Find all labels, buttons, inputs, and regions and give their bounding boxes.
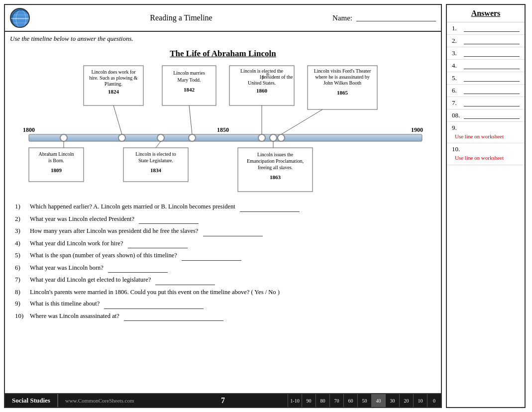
- svg-line-51: [156, 141, 161, 148]
- svg-text:freeing all slaves.: freeing all slaves.: [258, 165, 293, 170]
- svg-point-10: [60, 134, 67, 141]
- answer-note-9: Use line on worksheet: [452, 132, 507, 141]
- footer-score: 1-10 90 80 70 60 50 40 30 20 10 0: [288, 394, 441, 407]
- question-9: 9) What is this timeline about?: [15, 299, 431, 309]
- footer: Social Studies www.CommonCoreSheets.com …: [5, 393, 441, 407]
- q2-text: What year was Lincoln elected President?: [30, 215, 431, 224]
- q7-text: What year did Lincoln get elected to leg…: [30, 276, 431, 285]
- q5-num: 5): [15, 251, 30, 260]
- answer-num-4: 4.: [452, 62, 464, 70]
- svg-point-12: [157, 134, 164, 141]
- svg-text:Lincoln visits Ford's Theater: Lincoln visits Ford's Theater: [314, 68, 371, 74]
- svg-text:1850: 1850: [217, 126, 229, 133]
- score-40: 40: [371, 394, 385, 407]
- svg-text:Abraham Lincoln: Abraham Lincoln: [39, 151, 74, 157]
- svg-text:1842: 1842: [184, 87, 195, 93]
- question-7: 7) What year did Lincoln get elected to …: [15, 275, 431, 285]
- svg-point-13: [189, 134, 196, 141]
- q5-answer-line: [182, 251, 241, 261]
- svg-point-16: [278, 134, 285, 141]
- timeline-title: The Life of Abraham Lincoln: [10, 46, 436, 61]
- svg-text:1809: 1809: [51, 167, 62, 173]
- answer-num-10: 10.: [452, 145, 464, 153]
- score-10: 10: [413, 394, 427, 407]
- question-8: 8) Lincoln's parents were married in 180…: [15, 288, 431, 297]
- question-3: 3) How many years after Lincoln was pres…: [15, 226, 431, 236]
- svg-text:Lincoln is elected to: Lincoln is elected to: [135, 151, 176, 157]
- q9-answer-line: [104, 300, 204, 309]
- footer-url: www.CommonCoreSheets.com: [58, 398, 134, 404]
- q1-num: 1): [15, 202, 30, 211]
- q4-num: 4): [15, 239, 30, 248]
- answer-num-9: 9.: [452, 124, 464, 132]
- questions-section: 1) Which happened earlier? A. Lincoln ge…: [5, 200, 441, 325]
- q10-num: 10): [15, 311, 30, 320]
- svg-text:hire. Such as plowing &: hire. Such as plowing &: [90, 75, 138, 81]
- q6-answer-line: [108, 264, 168, 273]
- answer-num-2: 2.: [452, 37, 464, 45]
- svg-line-41: [281, 109, 322, 134]
- q1-answer-line: [240, 203, 300, 212]
- svg-line-22: [113, 105, 122, 134]
- svg-text:where he is assassinated by: where he is assassinated by: [315, 74, 369, 80]
- answer-num-6: 6.: [452, 87, 464, 95]
- svg-text:Planting.: Planting.: [105, 81, 122, 87]
- answer-item-5: 5.: [447, 72, 525, 85]
- q5-text: What is the span (number of years shown)…: [30, 251, 431, 261]
- svg-text:1800: 1800: [23, 126, 35, 133]
- answers-panel: Answers 1. 2. 3. 4. 5. 6. 7. 08. 9. Use …: [446, 4, 526, 408]
- answer-blank-6: [464, 87, 520, 94]
- q3-answer-line: [203, 227, 263, 236]
- question-2: 2) What year was Lincoln elected Preside…: [15, 214, 431, 224]
- answer-num-5: 5.: [452, 74, 464, 82]
- header-title: Reading a Timeline: [30, 13, 332, 22]
- q4-answer-line: [128, 239, 188, 249]
- answer-num-1: 1.: [452, 24, 464, 32]
- svg-text:1863: 1863: [270, 174, 281, 180]
- svg-text:Lincoln issues the: Lincoln issues the: [257, 152, 294, 157]
- svg-text:Lincoln is elected the: Lincoln is elected the: [240, 68, 283, 74]
- q10-answer-line: [124, 312, 223, 321]
- globe-icon: [10, 8, 30, 28]
- question-5: 5) What is the span (number of years sho…: [15, 251, 431, 261]
- answer-blank-3: [464, 50, 520, 57]
- svg-text:Emancipation Proclamation,: Emancipation Proclamation,: [247, 158, 304, 164]
- svg-text:1865: 1865: [337, 90, 348, 96]
- svg-line-27: [189, 105, 192, 134]
- q8-num: 8): [15, 288, 30, 297]
- svg-text:1900: 1900: [411, 126, 423, 133]
- answer-item-7: 7.: [447, 97, 525, 109]
- answer-blank-7: [464, 100, 520, 106]
- question-6: 6) What year was Lincoln born?: [15, 263, 431, 273]
- score-70: 70: [329, 394, 343, 407]
- score-60: 60: [343, 394, 357, 407]
- timeline-section: The Life of Abraham Lincoln 1800 1850 19…: [5, 46, 441, 200]
- svg-rect-6: [29, 134, 422, 141]
- score-80: 80: [316, 394, 329, 407]
- timeline-visual: 1800 1850 1900: [14, 61, 432, 200]
- svg-text:1860: 1860: [256, 88, 268, 94]
- q10-text: Where was Lincoln assassinated at?: [30, 312, 431, 321]
- q2-answer-line: [139, 215, 199, 224]
- answer-item-2: 2.: [447, 35, 525, 47]
- answer-item-4: 4.: [447, 60, 525, 72]
- svg-text:is Born.: is Born.: [48, 158, 64, 163]
- q8-text: Lincoln's parents were married in 1806. …: [30, 288, 431, 297]
- svg-point-11: [118, 134, 125, 141]
- q3-text: How many years after Lincoln was preside…: [30, 227, 431, 236]
- svg-point-14: [258, 134, 265, 141]
- svg-text:Mary Todd.: Mary Todd.: [178, 77, 201, 83]
- score-50: 50: [357, 394, 371, 407]
- answer-item-9: 9. Use line on worksheet: [447, 122, 525, 143]
- q6-num: 6): [15, 263, 30, 272]
- svg-text:1834: 1834: [150, 167, 162, 173]
- answer-blank-4: [464, 62, 520, 69]
- answer-item-6: 6.: [447, 85, 525, 97]
- answer-blank-5: [464, 75, 520, 82]
- main-content: Reading a Timeline Name: Use the timelin…: [4, 4, 442, 408]
- header: Reading a Timeline Name:: [5, 5, 441, 32]
- q7-answer-line: [155, 276, 215, 285]
- svg-text:United States.: United States.: [248, 80, 276, 86]
- answer-blank-1: [464, 25, 520, 32]
- answer-num-7: 7.: [452, 99, 464, 107]
